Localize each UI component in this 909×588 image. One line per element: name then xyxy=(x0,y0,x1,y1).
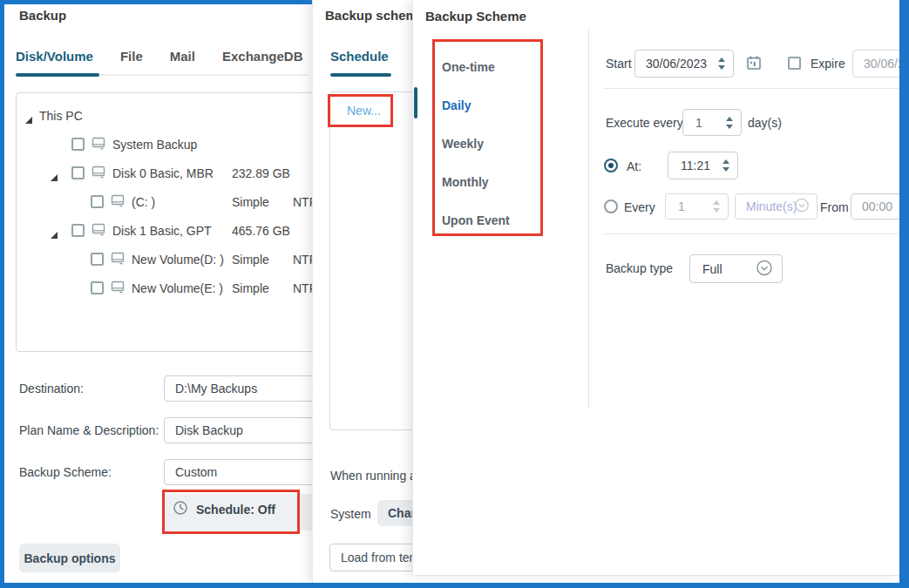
tree-row[interactable]: System Backup xyxy=(17,130,330,159)
expander-icon[interactable] xyxy=(51,227,58,234)
at-radio[interactable] xyxy=(604,159,618,172)
window-border-left xyxy=(0,0,4,588)
at-label: At: xyxy=(627,159,641,173)
drive-icon xyxy=(111,194,125,210)
backup-scheme-dialog: Backup Scheme One-time Daily Weekly Mont… xyxy=(412,0,899,576)
tree-row-type: Simple xyxy=(232,281,269,295)
expire-date-input[interactable]: 30/06/2023 xyxy=(852,50,899,78)
chevron-down-circle-icon xyxy=(756,259,773,279)
expire-date-value: 30/06/2023 xyxy=(864,57,899,71)
execute-every-value: 1 xyxy=(695,116,702,130)
every-label: Every xyxy=(624,200,655,214)
backup-type-value: Full xyxy=(702,262,722,276)
every-unit-value: Minute(s) xyxy=(746,199,797,213)
start-date-value: 30/06/2023 xyxy=(646,57,707,71)
tree-row[interactable]: Disk 1 Basic, GPT 465.76 GB xyxy=(17,216,330,245)
tree-row[interactable]: New Volume(E: ) Simple NTFS xyxy=(17,274,330,302)
tab-mail[interactable]: Mail xyxy=(170,49,195,64)
system-label: System xyxy=(330,507,371,521)
window-border-right xyxy=(899,0,909,588)
expander-icon[interactable] xyxy=(25,112,32,119)
every-interval-input[interactable]: 1 xyxy=(665,193,729,220)
backup-source-tabs: Disk/Volume File Mail ExchangeDB xyxy=(16,49,329,64)
tree-row-label: System Backup xyxy=(112,138,197,152)
expander-icon[interactable] xyxy=(51,170,58,177)
tree-row[interactable]: Disk 0 Basic, MBR 232.89 GB xyxy=(17,159,330,187)
tree-row[interactable]: New Volume(D: ) Simple NTFS xyxy=(17,245,330,274)
destination-label: Destination: xyxy=(19,382,84,395)
when-running-text: When running a xyxy=(330,469,417,483)
plan-name-label: Plan Name & Description: xyxy=(19,423,159,437)
tree-row-label: Disk 0 Basic, MBR xyxy=(112,166,214,180)
at-time-spinner[interactable] xyxy=(722,159,729,172)
tree-row[interactable]: (C: ) Simple NTFS xyxy=(17,187,330,216)
start-date-spinner[interactable] xyxy=(718,57,725,70)
column-divider xyxy=(588,28,589,409)
backup-type-dropdown[interactable]: Full xyxy=(689,254,783,283)
expire-checkbox[interactable] xyxy=(788,57,801,70)
disk-volume-tree: This PC System Backup Disk 0 Basic, MBR … xyxy=(16,92,331,352)
drive-icon xyxy=(111,280,125,296)
row-checkbox[interactable] xyxy=(91,195,104,208)
highlight-box-types xyxy=(432,39,543,236)
highlight-box-new xyxy=(328,94,393,127)
calendar-icon[interactable] xyxy=(746,55,762,74)
execute-every-input[interactable]: 1 xyxy=(682,109,742,136)
start-date-input[interactable]: 30/06/2023 xyxy=(634,50,734,78)
tab-file[interactable]: File xyxy=(120,49,143,64)
tree-row[interactable]: This PC xyxy=(17,101,330,130)
backup-options-button[interactable]: Backup options xyxy=(19,544,120,572)
expire-label: Expire xyxy=(811,57,845,71)
active-tab-underline xyxy=(330,73,391,77)
every-interval-spinner[interactable] xyxy=(713,200,720,213)
tree-row-type: Simple xyxy=(232,253,269,267)
chevron-down-circle-icon xyxy=(794,198,810,216)
load-template-button[interactable]: Load from template xyxy=(329,544,425,571)
scheme-dialog-title: Backup Scheme xyxy=(425,9,526,24)
drive-icon xyxy=(92,166,105,181)
window-border-top xyxy=(0,0,312,4)
drive-icon xyxy=(92,137,105,152)
backup-scheme-label: Backup Scheme: xyxy=(19,465,112,479)
divider xyxy=(604,88,899,89)
tree-row-label: This PC xyxy=(39,109,83,123)
tab-disk-volume[interactable]: Disk/Volume xyxy=(16,49,93,64)
every-unit-dropdown[interactable]: Minute(s) xyxy=(735,193,817,220)
execute-every-label: Execute every xyxy=(606,116,683,130)
tree-row-size: 232.89 GB xyxy=(232,166,290,180)
at-time-value: 11:21 xyxy=(681,159,710,172)
tree-row-type: Simple xyxy=(232,195,269,209)
every-radio[interactable] xyxy=(604,199,618,213)
app-window: Backup Disk/Volume File Mail ExchangeDB … xyxy=(0,0,909,588)
from-time-value: 00:00 xyxy=(862,199,892,213)
window-border-bottom xyxy=(0,583,909,588)
row-checkbox[interactable] xyxy=(71,166,85,179)
divider xyxy=(604,233,899,234)
every-interval-value: 1 xyxy=(678,199,685,213)
drive-icon xyxy=(111,252,125,267)
tree-row-label: New Volume(E: ) xyxy=(132,281,223,295)
execute-every-spinner[interactable] xyxy=(726,117,733,129)
tree-row-label: New Volume(D: ) xyxy=(132,253,224,267)
from-time-input[interactable]: 00:00 xyxy=(851,193,899,220)
row-checkbox[interactable] xyxy=(91,281,104,294)
tree-row-size: 465.76 GB xyxy=(232,224,290,238)
row-checkbox[interactable] xyxy=(71,138,85,151)
tree-row-label: (C: ) xyxy=(132,195,155,209)
window-title: Backup xyxy=(19,8,66,23)
tab-exchangedb[interactable]: ExchangeDB xyxy=(222,49,303,64)
scrollbar-thumb[interactable] xyxy=(414,87,417,118)
drive-icon xyxy=(92,223,105,239)
row-checkbox[interactable] xyxy=(71,224,85,237)
scheme-panel-title: Backup scheme xyxy=(325,8,424,23)
tab-schedule[interactable]: Schedule xyxy=(330,49,389,64)
at-time-input[interactable]: 11:21 xyxy=(668,152,738,179)
tree-row-label: Disk 1 Basic, GPT xyxy=(112,224,212,238)
days-suffix-label: day(s) xyxy=(748,116,782,130)
start-label: Start xyxy=(606,57,632,71)
row-checkbox[interactable] xyxy=(91,253,104,266)
highlight-box-schedule xyxy=(162,490,300,534)
active-tab-underline xyxy=(16,73,99,77)
from-label: From xyxy=(820,200,849,214)
backup-type-label: Backup type xyxy=(606,261,673,275)
